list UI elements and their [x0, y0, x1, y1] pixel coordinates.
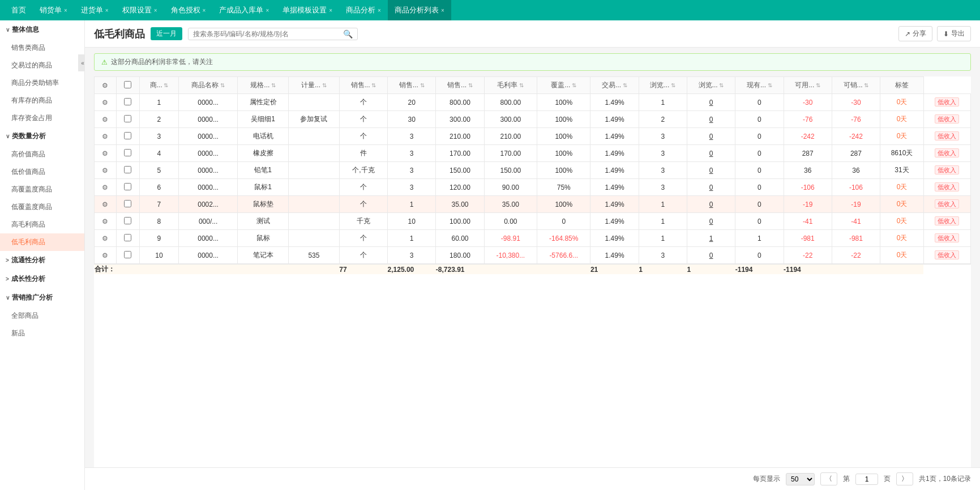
row-checkbox[interactable]	[116, 179, 139, 196]
sidebar-item-all-products[interactable]: 全部商品	[0, 307, 84, 325]
export-button[interactable]: ⬇ 导出	[937, 26, 971, 41]
prev-page-button[interactable]: 〈	[820, 472, 837, 485]
row-select-checkbox[interactable]	[124, 132, 131, 139]
sidebar-item-low-margin[interactable]: 低毛利商品	[0, 233, 84, 251]
nav-role-auth[interactable]: 角色授权 ×	[164, 0, 213, 20]
row-select-checkbox[interactable]	[124, 115, 131, 122]
search-icon[interactable]: 🔍	[343, 29, 353, 39]
time-filter-button[interactable]: 近一月	[151, 27, 182, 40]
nav-home[interactable]: 首页	[5, 0, 33, 20]
sidebar-group-quantity-analysis[interactable]: ∨ 类数量分析	[0, 127, 84, 146]
row-checkbox[interactable]	[116, 247, 139, 265]
row-views1[interactable]: 0	[687, 196, 735, 213]
settings-cell[interactable]: ⚙	[95, 128, 117, 145]
sidebar-item-category-sales-rate[interactable]: 商品分类助销率	[0, 74, 84, 92]
views1-col-header[interactable]: 浏览...	[639, 77, 687, 94]
sidebar-group-overall[interactable]: ∨ 整体信息	[0, 20, 84, 39]
sidebar-item-stocked-products[interactable]: 有库存的商品	[0, 92, 84, 109]
row-views1[interactable]: 1	[687, 230, 735, 247]
close-icon[interactable]: ×	[329, 7, 332, 14]
row-select-checkbox[interactable]	[124, 217, 131, 224]
next-page-button[interactable]: 〉	[896, 472, 913, 485]
close-icon[interactable]: ×	[154, 7, 157, 14]
row-checkbox[interactable]	[116, 162, 139, 179]
close-icon[interactable]: ×	[266, 7, 269, 14]
gross-margin-col-header[interactable]: 毛利率	[484, 77, 537, 94]
name-col-header[interactable]: 商品名称	[178, 77, 238, 94]
row-views1[interactable]: 0	[687, 247, 735, 265]
select-all-checkbox[interactable]	[124, 81, 131, 88]
nav-product-analysis-list[interactable]: 商品分析列表 ×	[388, 0, 451, 20]
close-icon[interactable]: ×	[105, 7, 109, 14]
nav-template-settings[interactable]: 单据模板设置 ×	[276, 0, 339, 20]
nav-product-inbound[interactable]: 产成品入库单 ×	[212, 0, 276, 20]
close-icon[interactable]: ×	[64, 7, 67, 14]
views2-col-header[interactable]: 浏览...	[687, 77, 735, 94]
settings-cell[interactable]: ⚙	[95, 179, 117, 196]
row-select-checkbox[interactable]	[124, 200, 131, 207]
row-checkbox[interactable]	[116, 145, 139, 162]
row-checkbox[interactable]	[116, 213, 139, 230]
sidebar-group-marketing[interactable]: ∨ 营销推广分析	[0, 288, 84, 307]
sidebar-item-low-value[interactable]: 低价值商品	[0, 163, 84, 181]
row-select-checkbox[interactable]	[124, 149, 131, 156]
nav-permissions[interactable]: 权限设置 ×	[115, 0, 164, 20]
transactions-col-header[interactable]: 交易...	[590, 77, 639, 94]
settings-cell[interactable]: ⚙	[95, 247, 117, 265]
coverage-col-header[interactable]: 覆盖...	[537, 77, 590, 94]
row-checkbox[interactable]	[116, 128, 139, 145]
row-select-checkbox[interactable]	[124, 183, 131, 190]
sidebar-item-sales-products[interactable]: 销售类商品	[0, 39, 84, 57]
sales-qty-col-header[interactable]: 销售...	[339, 77, 387, 94]
checkbox-col-header[interactable]	[116, 77, 139, 94]
sidebar-item-high-value[interactable]: 高价值商品	[0, 146, 84, 163]
row-views1[interactable]: 0	[687, 145, 735, 162]
settings-cell[interactable]: ⚙	[95, 162, 117, 179]
row-views1[interactable]: 0	[687, 128, 735, 145]
row-checkbox[interactable]	[116, 196, 139, 213]
page-number-input[interactable]	[855, 474, 878, 485]
sidebar-group-liquidity[interactable]: > 流通性分析	[0, 251, 84, 270]
sidebar-item-new-products[interactable]: 新品	[0, 325, 84, 342]
share-button[interactable]: ↗ 分享	[898, 26, 932, 41]
tag-col-header[interactable]: 标签	[880, 77, 924, 94]
settings-cell[interactable]: ⚙	[95, 230, 117, 247]
settings-cell[interactable]: ⚙	[95, 94, 117, 111]
unit-col-header[interactable]: 计量...	[289, 77, 340, 94]
current-stock-col-header[interactable]: 现有...	[735, 77, 784, 94]
sidebar-collapse-button[interactable]: «	[78, 54, 85, 71]
row-checkbox[interactable]	[116, 111, 139, 128]
settings-cell[interactable]: ⚙	[95, 196, 117, 213]
available-col-header[interactable]: 可用...	[784, 77, 832, 94]
settings-cell[interactable]: ⚙	[95, 145, 117, 162]
code-col-header[interactable]: 商...	[140, 77, 179, 94]
search-input[interactable]	[193, 30, 343, 38]
row-checkbox[interactable]	[116, 94, 139, 111]
row-checkbox[interactable]	[116, 230, 139, 247]
sidebar-item-high-coverage[interactable]: 高覆盖度商品	[0, 181, 84, 198]
sidebar-item-stock-capital[interactable]: 库存资金占用	[0, 109, 84, 127]
sidebar-item-low-coverage[interactable]: 低覆盖度商品	[0, 198, 84, 216]
row-select-checkbox[interactable]	[124, 166, 131, 173]
close-icon[interactable]: ×	[203, 7, 206, 14]
nav-sales-order[interactable]: 销货单 ×	[33, 0, 74, 20]
sidebar-group-growth[interactable]: > 成长性分析	[0, 270, 84, 288]
row-views1[interactable]: 0	[687, 111, 735, 128]
row-views1[interactable]: 0	[687, 94, 735, 111]
row-select-checkbox[interactable]	[124, 98, 131, 105]
settings-col-header[interactable]: ⚙	[95, 77, 117, 94]
nav-purchase-order[interactable]: 进货单 ×	[74, 0, 115, 20]
close-icon[interactable]: ×	[378, 7, 381, 14]
sidebar-item-high-margin[interactable]: 高毛利商品	[0, 216, 84, 233]
settings-cell[interactable]: ⚙	[95, 213, 117, 230]
spec-col-header[interactable]: 规格...	[238, 77, 289, 94]
settings-cell[interactable]: ⚙	[95, 111, 117, 128]
sales-price-col-header[interactable]: 销售...	[388, 77, 436, 94]
nav-product-analysis[interactable]: 商品分析 ×	[339, 0, 388, 20]
row-views1[interactable]: 0	[687, 213, 735, 230]
row-select-checkbox[interactable]	[124, 251, 131, 258]
per-page-select[interactable]: 50 20 100	[786, 473, 815, 485]
row-select-checkbox[interactable]	[124, 234, 131, 241]
row-views1[interactable]: 0	[687, 179, 735, 196]
row-views1[interactable]: 0	[687, 162, 735, 179]
